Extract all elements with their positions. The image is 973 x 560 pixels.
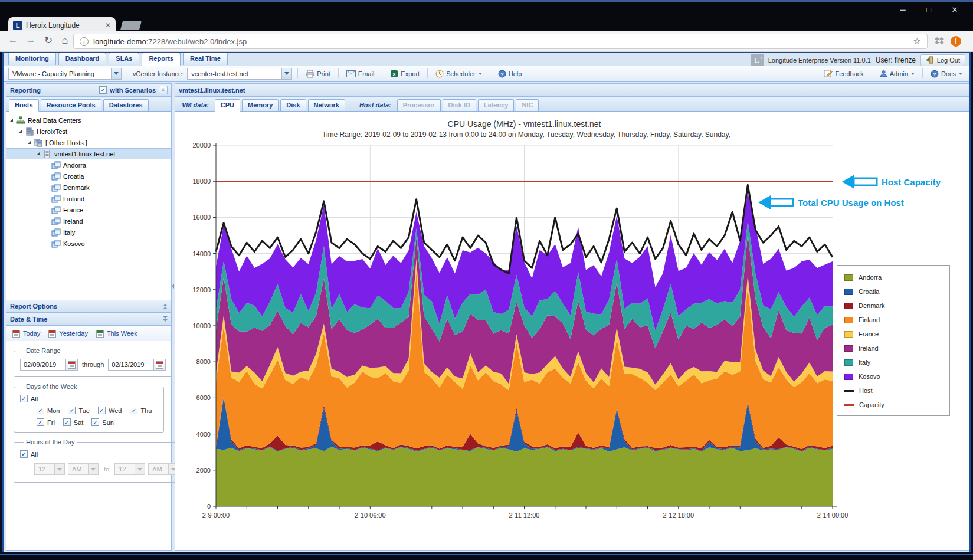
date-to-picker-button[interactable]: [154, 359, 166, 371]
day-fri-checkbox[interactable]: ✓: [37, 418, 44, 426]
collapse-up-icon[interactable]: [163, 304, 168, 309]
day-mon-checkbox[interactable]: ✓: [37, 407, 44, 414]
quick-button-this-week[interactable]: This Week: [96, 330, 137, 338]
day-sat-checkbox[interactable]: ✓: [63, 418, 71, 426]
tree-expand-icon[interactable]: [19, 130, 22, 133]
day-tue-checkbox[interactable]: ✓: [68, 407, 76, 414]
metric-tab-network[interactable]: Network: [308, 99, 345, 111]
tree-node-ireland[interactable]: Ireland: [6, 215, 171, 227]
legend-item-croatia: Croatia: [837, 284, 949, 299]
svg-text:14000: 14000: [192, 250, 211, 257]
email-button[interactable]: Email: [344, 69, 377, 78]
metric-tab-memory[interactable]: Memory: [242, 99, 279, 111]
bookmark-star-icon[interactable]: ☆: [913, 36, 921, 47]
home-icon[interactable]: ⌂: [58, 34, 72, 47]
tree-node-label: HeroixTest: [37, 128, 67, 135]
browser-tab[interactable]: L Heroix Longitude ✕: [8, 17, 116, 33]
date-time-header[interactable]: Date & Time: [6, 313, 171, 326]
tree-node-real-data-centers[interactable]: Real Data Centers: [6, 114, 171, 126]
quick-button-label: This Week: [107, 330, 137, 337]
sidebar-tab-resource-pools[interactable]: Resource Pools: [41, 99, 101, 111]
docs-icon: ?: [931, 70, 939, 78]
info-icon[interactable]: i: [80, 37, 89, 46]
sidebar-tab-hosts[interactable]: Hosts: [9, 99, 39, 112]
nav-tab-reports[interactable]: Reports: [142, 53, 181, 66]
browser-tab-title: Heroix Longitude: [26, 21, 101, 30]
quick-button-yesterday[interactable]: Yesterday: [48, 330, 88, 338]
forward-icon[interactable]: →: [24, 34, 38, 46]
main-content: Reporting ✓ with Scenarios + HostsResour…: [4, 82, 969, 552]
day-mon: ✓Mon: [37, 407, 60, 414]
with-scenarios-checkbox[interactable]: ✓: [99, 86, 107, 94]
sidebar-tab-datastores[interactable]: Datastores: [103, 99, 149, 111]
refresh-icon[interactable]: ↻: [41, 34, 55, 47]
svg-text:4000: 4000: [196, 431, 211, 438]
vm-icon: [51, 206, 61, 214]
minimize-icon[interactable]: ─: [899, 5, 907, 14]
nav-tab-real-time[interactable]: Real Time: [183, 53, 228, 65]
close-icon[interactable]: ✕: [951, 5, 959, 14]
new-tab-button[interactable]: [120, 21, 142, 30]
tree-node-finland[interactable]: Finland: [6, 193, 171, 204]
nav-tab-monitoring[interactable]: Monitoring: [8, 53, 56, 65]
metric-tab-cpu[interactable]: CPU: [215, 99, 240, 112]
day-sun-checkbox[interactable]: ✓: [91, 418, 99, 426]
tree-node-heroixtest[interactable]: HeroixTest: [6, 126, 171, 137]
tree-node-kosovo[interactable]: Kosovo: [6, 238, 171, 249]
extension-alert-icon[interactable]: !: [951, 36, 961, 47]
tree-node-vmtest1-linux-test-net[interactable]: vmtest1.linux.test.net: [6, 148, 171, 159]
day-wed-checkbox[interactable]: ✓: [98, 407, 106, 414]
tree-node-croatia[interactable]: Croatia: [6, 171, 171, 182]
collapse-down-icon[interactable]: [163, 316, 168, 322]
reporting-header: Reporting ✓ with Scenarios +: [6, 84, 171, 97]
collapse-sidebar-icon[interactable]: [172, 284, 174, 289]
days-all-checkbox[interactable]: ✓: [20, 395, 28, 402]
date-from-input[interactable]: 02/09/2019: [20, 359, 66, 371]
calendar-icon: [12, 330, 20, 338]
tree-node-italy[interactable]: Italy: [6, 227, 171, 238]
feedback-button[interactable]: Feedback: [821, 68, 866, 78]
excel-icon: X: [390, 70, 398, 78]
day-sat: ✓Sat: [63, 418, 84, 426]
tab-close-icon[interactable]: ✕: [105, 21, 111, 30]
export-button[interactable]: X Export: [388, 68, 422, 79]
day-thu-checkbox[interactable]: ✓: [130, 407, 137, 414]
legend-swatch: [844, 317, 853, 323]
tree-expand-icon[interactable]: [28, 141, 31, 144]
url-field[interactable]: i longitude-demo:7228/webui/web2.0/index…: [73, 34, 928, 49]
logout-button[interactable]: Log Out: [920, 54, 965, 66]
add-scenario-button[interactable]: +: [159, 86, 168, 94]
svg-text:10000: 10000: [192, 322, 211, 329]
tree-node-andorra[interactable]: Andorra: [6, 159, 171, 171]
print-button[interactable]: Print: [303, 68, 333, 79]
quick-button-today[interactable]: Today: [12, 330, 40, 338]
metric-tab-disk[interactable]: Disk: [280, 99, 306, 111]
nav-tab-slas[interactable]: SLAs: [109, 53, 139, 65]
dropbox-extension-icon[interactable]: [934, 36, 945, 49]
report-options-header[interactable]: Report Options: [6, 300, 171, 313]
scheduler-button[interactable]: Scheduler: [433, 68, 484, 79]
legend-label: Host: [859, 387, 873, 394]
docs-button[interactable]: ? Docs: [928, 68, 965, 79]
date-to-input[interactable]: 02/13/2019: [108, 359, 154, 371]
vcenter-label: vCenter Instance:: [133, 70, 184, 77]
tree-expand-icon[interactable]: [10, 119, 13, 122]
tree-spacer: [45, 197, 48, 200]
back-icon[interactable]: ←: [6, 34, 20, 46]
tree-expand-icon[interactable]: [37, 152, 40, 155]
tree-node-denmark[interactable]: Denmark: [6, 182, 171, 193]
report-type-select[interactable]: VMware - Capacity Planning: [8, 68, 122, 80]
nav-tab-dashboard[interactable]: Dashboard: [58, 53, 106, 65]
chart-title: CPU Usage (MHz) - vmtest1.linux.test.net: [216, 119, 833, 129]
hour-to-select: 12: [114, 463, 145, 475]
tree-node--other-hosts-[interactable]: [ Other Hosts ]: [6, 137, 171, 148]
vcenter-instance-select[interactable]: vcenter-test.test.net: [187, 68, 292, 80]
legend-label: Ireland: [859, 345, 879, 352]
date-from-picker-button[interactable]: [66, 359, 78, 371]
calendar-icon: [68, 361, 76, 369]
tree-node-france[interactable]: France: [6, 204, 171, 215]
hours-all-checkbox[interactable]: ✓: [20, 450, 28, 458]
maximize-icon[interactable]: □: [925, 5, 933, 14]
admin-button[interactable]: Admin: [877, 68, 917, 78]
help-button[interactable]: ? Help: [496, 68, 525, 79]
